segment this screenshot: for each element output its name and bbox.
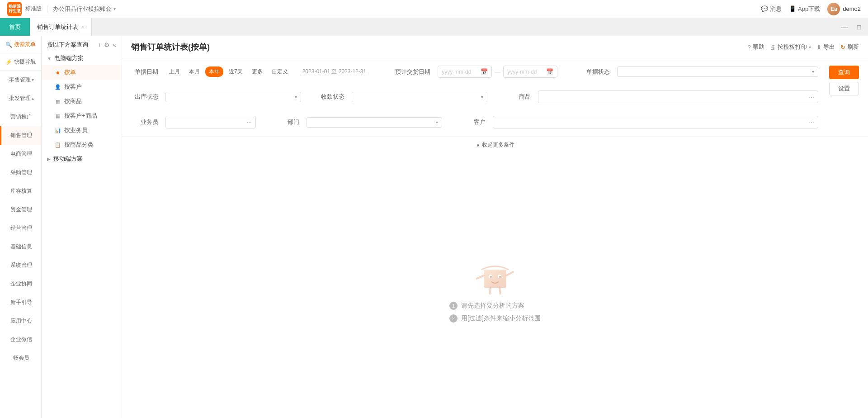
brand-name: 标准版 [25,5,42,13]
svg-point-3 [490,276,492,278]
out-status-select[interactable]: ▾ [165,92,301,102]
tab-minimize-btn[interactable]: — [839,22,850,33]
tree-item-by-product[interactable]: ▦ 按商品 [42,94,122,109]
date-btn-more[interactable]: 更多 [248,66,266,77]
tab-bar: 首页 销售订单统计表 × — □ [0,18,868,36]
app-download-label: App下载 [798,5,820,13]
top-bar: 畅捷通好生意 标准版 办公用品行业模拟账套 ▾ 💬 消息 📱 App下载 Ea … [0,0,868,18]
date-btn-this-year[interactable]: 本年 [205,66,223,77]
department-select[interactable]: ▾ [307,117,442,128]
tree-group-desktop-label: 电脑端方案 [54,54,84,62]
date-btn-custom[interactable]: 自定义 [268,66,292,77]
sidebar-item-appstore[interactable]: 应用中心 [0,312,41,330]
filter-row-3: 业务员 ··· 部门 ▾ 客户 [131,116,818,128]
sidebar-item-member[interactable]: 畅会员 [0,349,41,367]
sidebar-item-cooperation[interactable]: 企业协同 [0,275,41,293]
print-label: 按模板打印 [778,43,807,51]
export-label: 导出 [823,43,835,51]
goods-input[interactable]: ··· [538,90,818,103]
out-status-label: 出库状态 [131,93,158,101]
workspace-selector[interactable]: 办公用品行业模拟账套 ▾ [53,5,116,13]
sidebar-item-marketing[interactable]: 营销推广 [0,108,41,126]
left-panel: 按以下方案查询 + ⚙ « ▼ 电脑端方案 ● 按单 👤 按客户 ▦ [42,36,122,418]
tab-maximize-btn[interactable]: □ [854,22,864,33]
tab-home[interactable]: 首页 [0,18,30,36]
tree-group-mobile-label: 移动端方案 [53,155,83,163]
tree-item-by-salesperson[interactable]: 📊 按业务员 [42,123,122,138]
sidebar-item-wholesale[interactable]: 批发管理 ▴ [0,89,41,108]
tab-bar-actions: — □ [839,22,868,33]
tree-item-by-customer-product[interactable]: ▦ 按客户+商品 [42,109,122,123]
date-btn-this-month[interactable]: 本月 [185,66,203,77]
status-select[interactable]: ▾ [617,66,818,77]
sidebar-item-finance[interactable]: 资金管理 [0,200,41,219]
filter-row-2: 出库状态 ▾ 收款状态 ▾ 商品 [131,90,818,103]
settings-scheme-btn[interactable]: ⚙ [104,41,110,48]
customer-more-btn[interactable]: ··· [809,119,814,126]
date-btn-7days[interactable]: 近7天 [225,66,246,77]
print-action[interactable]: 🖨 按模板打印 ▾ [770,43,811,51]
app-download-action[interactable]: 📱 App下载 [789,5,820,13]
salesperson-input[interactable]: ··· [165,116,256,128]
tree-item-by-category[interactable]: 📋 按商品分类 [42,138,122,152]
by-salesperson-icon: 📊 [54,127,61,134]
export-action[interactable]: ⬇ 导出 [816,43,835,51]
date-start-input[interactable]: yyyy-mm-dd 📅 [438,66,492,78]
print-icon: 🖨 [770,44,776,51]
empty-hint-1: 1 请先选择要分析的方案 [449,302,541,310]
date-end-input[interactable]: yyyy-mm-dd 📅 [503,66,557,78]
date-btn-last-month[interactable]: 上月 [165,66,184,77]
tree-item-by-customer[interactable]: 👤 按客户 [42,80,122,94]
sidebar-item-sales[interactable]: 销售管理 [0,126,41,145]
top-bar-left: 畅捷通好生意 标准版 办公用品行业模拟账套 ▾ [7,2,116,16]
workspace-name: 办公用品行业模拟账套 [53,5,112,13]
goods-more-btn[interactable]: ··· [809,93,814,100]
by-category-label: 按商品分类 [64,141,94,149]
left-panel-actions: + ⚙ « [98,41,116,48]
collapse-up-icon: ∧ [476,142,480,148]
sidebar-search[interactable]: 🔍 搜索菜单 [0,36,41,53]
sidebar-item-system[interactable]: 系统管理 [0,256,41,275]
tree-group-desktop-header[interactable]: ▼ 电脑端方案 [42,52,122,65]
tree-item-by-order[interactable]: ● 按单 [42,65,122,80]
collapse-panel-btn[interactable]: « [113,41,116,48]
tree-expand-arrow: ▼ [47,56,52,61]
by-customer-product-icon: ▦ [54,112,61,119]
settings-btn[interactable]: 设置 [829,82,859,95]
sidebar-quick-nav[interactable]: ⚡ 快捷导航 [0,53,41,71]
export-icon: ⬇ [816,44,821,51]
tree-mobile-arrow: ▶ [47,157,51,162]
customer-input[interactable]: ··· [493,116,818,128]
by-salesperson-label: 按业务员 [64,126,88,134]
refresh-action[interactable]: ↻ 刷新 [840,43,859,51]
collapse-conditions-btn[interactable]: ∧ 收起更多条件 [476,141,514,149]
status-label: 单据状态 [583,68,610,76]
help-action[interactable]: ? 帮助 [748,43,764,51]
sidebar-item-operations[interactable]: 经营管理 [0,219,41,238]
query-buttons: 查询 设置 [824,66,859,95]
sidebar-item-wechat[interactable]: 企业微信 [0,330,41,349]
brand-logo: 畅捷通好生意 [7,2,22,16]
tab-close-icon[interactable]: × [81,24,84,30]
add-scheme-btn[interactable]: + [98,41,101,48]
avatar: Ea [827,3,840,15]
sidebar-item-ecommerce[interactable]: 电商管理 [0,145,41,163]
sidebar-item-basic[interactable]: 基础信息 [0,238,41,256]
salesperson-more-btn[interactable]: ··· [246,119,252,126]
message-action[interactable]: 💬 消息 [761,5,782,13]
svg-line-5 [477,276,484,279]
sidebar-item-retail[interactable]: 零售管理 ▾ [0,71,41,89]
tab-sales-order[interactable]: 销售订单统计表 × [30,18,92,36]
svg-rect-0 [484,270,506,288]
query-btn[interactable]: 查询 [829,66,859,79]
by-order-icon: ● [54,69,61,76]
user-area[interactable]: Ea demo2 [827,3,861,15]
content-area: 销售订单统计表(按单) ? 帮助 🖨 按模板打印 ▾ ⬇ 导出 ↻ 刷新 [122,36,868,418]
date-start-placeholder: yyyy-mm-dd [442,69,471,75]
collect-status-select[interactable]: ▾ [352,92,487,102]
page-header: 销售订单统计表(按单) ? 帮助 🖨 按模板打印 ▾ ⬇ 导出 ↻ 刷新 [122,36,868,58]
tree-group-mobile-header[interactable]: ▶ 移动端方案 [42,152,122,166]
sidebar-item-purchase[interactable]: 采购管理 [0,163,41,182]
sidebar-item-newbie[interactable]: 新手引导 [0,293,41,312]
sidebar-item-inventory[interactable]: 库存核算 [0,182,41,200]
